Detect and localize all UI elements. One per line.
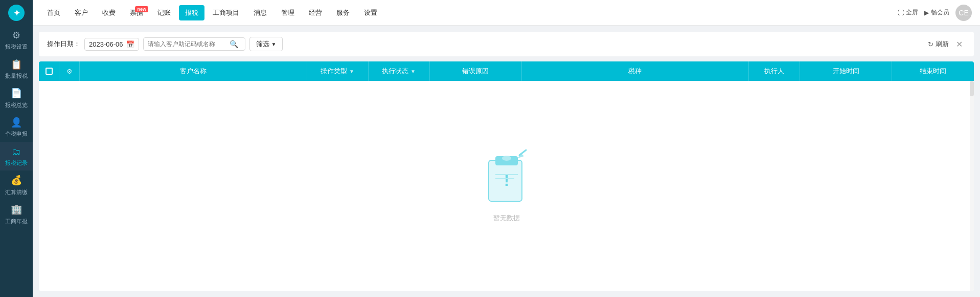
topnav-item-invoice[interactable]: 票据new — [124, 5, 149, 20]
sidebar-item-tax-records[interactable]: 🗂 报税记录 — [0, 142, 33, 171]
topnav-item-home[interactable]: 首页 — [41, 5, 66, 20]
th-start-time-label: 开始时间 — [833, 67, 859, 76]
th-start-time: 开始时间 — [800, 61, 892, 81]
th-end-time: 结束时间 — [892, 61, 974, 81]
th-end-time-label: 结束时间 — [920, 67, 946, 76]
fullscreen-label: 全屏 — [906, 8, 918, 17]
sidebar-item-personal-tax[interactable]: 👤 个税申报 — [0, 113, 33, 142]
personal-tax-icon: 👤 — [11, 117, 22, 129]
date-input[interactable]: 2023-06-06 📅 — [84, 38, 139, 51]
topnav-items: 首页客户收费票据new记账报税工商项目消息管理经营服务设置 — [41, 5, 898, 20]
settlement-icon: 💰 — [11, 175, 22, 186]
topnav-item-messages[interactable]: 消息 — [247, 5, 273, 20]
sidebar-item-label: 个税申报 — [5, 130, 28, 137]
search-icon: 🔍 — [230, 40, 238, 48]
sidebar-item-tax-overview[interactable]: 📄 报税总览 — [0, 83, 33, 113]
fullscreen-button[interactable]: ⛶ 全屏 — [898, 8, 918, 17]
sidebar-item-tax-settings[interactable]: ⚙ 报税设置 — [0, 26, 33, 55]
topnav-item-management[interactable]: 管理 — [275, 5, 301, 20]
toolbar: 操作日期： 2023-06-06 📅 🔍 筛选 ▼ ↻ 刷新 — [39, 32, 974, 56]
th-exec-status[interactable]: 执行状态 ▼ — [369, 61, 430, 81]
close-button[interactable]: ✕ — [953, 38, 966, 50]
sidebar-item-batch-tax[interactable]: 📋 批量报税 — [0, 55, 33, 84]
tax-settings-icon: ⚙ — [12, 30, 20, 41]
topnav-item-tax[interactable]: 报税 — [179, 5, 204, 20]
svg-point-2 — [502, 156, 511, 161]
avatar[interactable]: CE — [955, 5, 972, 21]
logo-icon: ✦ — [8, 5, 25, 21]
avatar-text: CE — [959, 9, 968, 17]
member-label: 畅会员 — [931, 8, 949, 17]
fullscreen-icon: ⛶ — [898, 9, 904, 16]
refresh-button[interactable]: ↻ 刷新 — [928, 39, 949, 49]
svg-marker-5 — [518, 153, 524, 158]
th-exec-status-label: 执行状态 — [382, 67, 408, 76]
operation-type-sort-icon: ▼ — [349, 69, 354, 74]
refresh-label: 刷新 — [936, 39, 949, 49]
calendar-icon: 📅 — [126, 40, 134, 48]
search-wrap: 🔍 — [143, 37, 245, 51]
topnav-item-accounting[interactable]: 记账 — [151, 5, 177, 20]
sidebar-item-label: 批量报税 — [5, 72, 28, 79]
sidebar-item-annual-report[interactable]: 🏢 工商年报 — [0, 200, 33, 229]
settings-icon: ⚙ — [66, 68, 73, 75]
sidebar-item-label: 汇算清缴 — [5, 188, 28, 196]
date-value: 2023-06-06 — [89, 40, 123, 48]
filter-button[interactable]: 筛选 ▼ — [249, 37, 283, 51]
tax-records-icon: 🗂 — [12, 146, 21, 158]
svg-text:!: ! — [504, 171, 509, 189]
date-label: 操作日期： — [47, 39, 80, 49]
topnav-item-service[interactable]: 服务 — [330, 5, 356, 20]
th-tax-type: 税种 — [522, 61, 749, 81]
empty-state: ! 暂无数据 — [461, 129, 553, 243]
exec-status-sort-icon: ▼ — [411, 69, 416, 74]
topnav-item-finance[interactable]: 经营 — [303, 5, 328, 20]
th-error-reason-label: 错误原因 — [462, 67, 489, 76]
refresh-icon: ↻ — [928, 40, 933, 48]
member-button[interactable]: ▶ 畅会员 — [924, 8, 949, 17]
page-main: 操作日期： 2023-06-06 📅 🔍 筛选 ▼ ↻ 刷新 — [33, 26, 980, 297]
tax-overview-icon: 📄 — [11, 88, 22, 99]
topnav-item-commerce[interactable]: 工商项目 — [207, 5, 245, 20]
empty-text: 暂无数据 — [493, 214, 520, 223]
sidebar-item-label: 报税总览 — [5, 101, 28, 109]
th-operation-type[interactable]: 操作类型 ▼ — [307, 61, 369, 81]
topnav-item-settings[interactable]: 设置 — [358, 5, 383, 20]
invoice-badge: new — [135, 6, 148, 12]
th-operation-type-label: 操作类型 — [321, 67, 347, 76]
table-container: ⚙ 客户名称 操作类型 ▼ 执行状态 ▼ 错误原因 — [39, 61, 974, 291]
sidebar-logo[interactable]: ✦ — [0, 0, 33, 26]
empty-svg: ! — [481, 149, 532, 205]
chevron-down-icon: ▼ — [271, 41, 277, 47]
th-customer-name-label: 客户名称 — [180, 67, 207, 76]
annual-report-icon: 🏢 — [11, 204, 22, 216]
topnav-item-billing[interactable]: 收费 — [96, 5, 122, 20]
sidebar: ✦ ⚙ 报税设置 📋 批量报税 📄 报税总览 👤 个税申报 🗂 报税记录 💰 汇… — [0, 0, 33, 297]
table-body: ! 暂无数据 — [39, 81, 974, 291]
content: 操作日期： 2023-06-06 📅 🔍 筛选 ▼ ↻ 刷新 — [33, 26, 980, 297]
topnav-item-customer[interactable]: 客户 — [69, 5, 94, 20]
empty-illustration: ! — [481, 149, 532, 205]
th-settings: ⚙ — [59, 61, 80, 81]
search-input[interactable] — [148, 40, 230, 48]
th-tax-type-label: 税种 — [628, 67, 642, 76]
topnav: 首页客户收费票据new记账报税工商项目消息管理经营服务设置 ⛶ 全屏 ▶ 畅会员… — [33, 0, 980, 26]
batch-tax-icon: 📋 — [11, 59, 22, 71]
th-executor: 执行人 — [749, 61, 800, 81]
main-area: 首页客户收费票据new记账报税工商项目消息管理经营服务设置 ⛶ 全屏 ▶ 畅会员… — [33, 0, 980, 297]
scrollbar-thumb[interactable] — [970, 81, 974, 96]
th-executor-label: 执行人 — [764, 67, 784, 76]
sidebar-item-label: 报税设置 — [5, 43, 28, 50]
th-customer-name: 客户名称 — [80, 61, 307, 81]
sidebar-item-label: 工商年报 — [5, 218, 28, 225]
member-icon: ▶ — [924, 9, 929, 16]
scrollbar-track[interactable] — [970, 81, 974, 291]
topnav-right: ⛶ 全屏 ▶ 畅会员 CE — [898, 5, 972, 21]
sidebar-item-settlement[interactable]: 💰 汇算清缴 — [0, 171, 33, 200]
th-checkbox[interactable] — [39, 61, 59, 81]
filter-label: 筛选 — [256, 39, 269, 49]
th-error-reason: 错误原因 — [430, 61, 522, 81]
table-header: ⚙ 客户名称 操作类型 ▼ 执行状态 ▼ 错误原因 — [39, 61, 974, 81]
select-all-checkbox[interactable] — [45, 68, 53, 75]
sidebar-item-label: 报税记录 — [5, 159, 28, 166]
